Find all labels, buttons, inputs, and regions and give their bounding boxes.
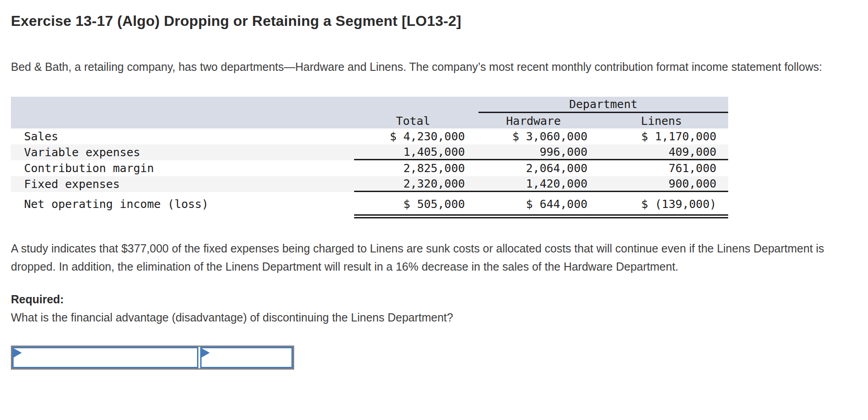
department-group-header: Department [478,97,728,113]
answer-descriptor-input[interactable] [202,348,291,367]
study-note-paragraph: A study indicates that $377,000 of the f… [11,239,860,276]
cell-linens: $ 1,170,000 [595,128,728,144]
column-header-row: Total Hardware Linens [11,113,728,128]
page-title: Exercise 13-17 (Algo) Dropping or Retain… [11,13,857,30]
double-underline-rule [354,214,728,218]
question-text: What is the financial advantage (disadva… [11,308,857,326]
table-row-contribution-margin: Contribution margin 2,825,000 2,064,000 … [11,160,728,176]
row-label: Fixed expenses [11,176,354,192]
header-spacer [354,97,472,113]
table-row-fixed-expenses: Fixed expenses 2,320,000 1,420,000 900,0… [11,176,728,192]
required-label: Required: [11,290,857,308]
cell-hardware: $ 644,000 [472,195,595,213]
cell-total: 1,405,000 [354,144,472,160]
answer-amount-input[interactable] [14,348,197,367]
cell-total: 2,320,000 [354,176,472,192]
column-header-total: Total [354,113,472,128]
table-header: Department Total Hardware Linens [11,97,728,128]
income-statement-table: Department Total Hardware Linens Sales $… [11,97,728,218]
table-row-sales: Sales $ 4,230,000 $ 3,060,000 $ 1,170,00… [11,128,728,144]
cell-total: $ 505,000 [354,195,472,213]
header-spacer [11,97,354,113]
cell-linens: 761,000 [595,160,728,176]
table-row-net-operating-income: Net operating income (loss) $ 505,000 $ … [11,192,728,213]
cell-hardware: $ 3,060,000 [472,128,595,144]
answer-box [11,346,294,370]
column-header-linens: Linens [595,113,728,128]
row-label: Sales [11,128,354,144]
cell-hardware: 996,000 [472,144,595,160]
cell-linens: 900,000 [595,176,728,192]
cell-total: 2,825,000 [354,160,472,176]
intro-paragraph: Bed & Bath, a retailing company, has two… [11,58,860,76]
cell-linens: $ (139,000) [595,195,728,213]
row-label: Net operating income (loss) [11,195,354,213]
column-header-hardware: Hardware [472,113,595,128]
cell-hardware: 2,064,000 [472,160,595,176]
row-label: Variable expenses [11,144,354,160]
cell-linens: 409,000 [595,144,728,160]
row-label: Contribution margin [11,160,354,176]
header-spacer [11,113,354,128]
answer-cell-descriptor[interactable] [200,347,293,368]
cell-hardware: 1,420,000 [472,176,595,192]
table-row-variable-expenses: Variable expenses 1,405,000 996,000 409,… [11,144,728,160]
department-header-row: Department [11,97,728,113]
answer-cell-amount[interactable] [12,347,198,368]
cell-total: $ 4,230,000 [354,128,472,144]
